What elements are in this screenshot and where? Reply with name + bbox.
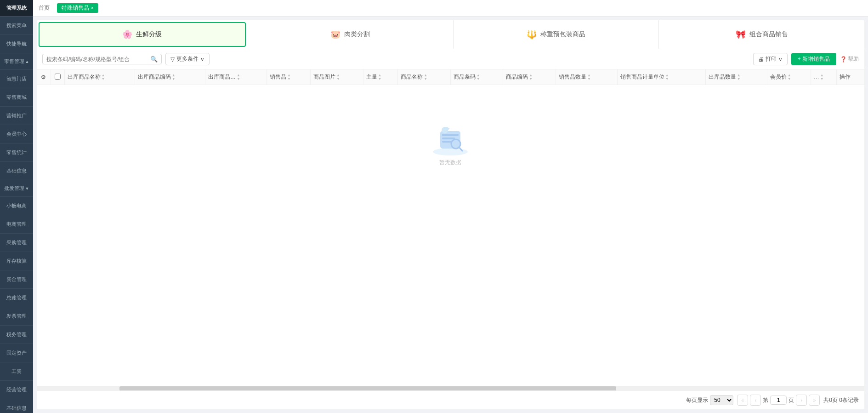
filter-button[interactable]: ▽ 更多条件 ∨	[165, 53, 210, 65]
sidebar-item-fixed-assets[interactable]: 固定资产	[0, 344, 33, 362]
sidebar-item-invoice[interactable]: 发票管理	[0, 307, 33, 326]
col-out-name[interactable]: 出库商品名称 ▲▼	[64, 69, 135, 85]
print-label: 打印	[766, 55, 777, 63]
active-tab-label: 特殊销售品	[62, 4, 89, 12]
col-sale-unit[interactable]: 销售商品计量单位 ▲▼	[617, 69, 705, 85]
tab-combo[interactable]: 🎀 组合商品销售	[659, 20, 864, 49]
col-action-label: 操作	[840, 74, 851, 80]
col-sale-qty[interactable]: 销售品数量 ▲▼	[556, 69, 617, 85]
col-goods-code[interactable]: 商品编码 ▲▼	[503, 69, 556, 85]
col-sale-qty-label: 销售品数量	[559, 73, 586, 81]
sidebar-item-search[interactable]: 搜索菜单	[0, 17, 33, 35]
sidebar-item-mini-ecom[interactable]: 小畅电商	[0, 197, 33, 215]
sidebar-item-tax[interactable]: 税务管理	[0, 326, 33, 344]
expand-arrow-icon: ▲	[25, 59, 29, 64]
sort-arrows-more: ▲▼	[820, 74, 824, 81]
empty-state: 暂无数据	[37, 85, 864, 203]
sidebar-item-retail-mall[interactable]: 零售商城	[0, 88, 33, 107]
col-member-price[interactable]: 会员价 ▲▼	[767, 69, 811, 85]
col-out-qty[interactable]: 出库品数量 ▲▼	[705, 69, 767, 85]
horizontal-scrollbar[interactable]	[37, 386, 864, 390]
search-input[interactable]	[46, 56, 148, 63]
sort-arrows-member-price: ▲▼	[788, 74, 791, 81]
filter-icon: ▽	[170, 56, 175, 63]
col-out-qty-label: 出库品数量	[709, 73, 736, 81]
sidebar-item-smart-store[interactable]: 智慧门店	[0, 70, 33, 88]
data-table-wrap: ⚙ 出库商品名称 ▲▼ 出库	[37, 69, 864, 386]
breadcrumb-home[interactable]: 首页	[39, 4, 50, 12]
main-content: 首页 特殊销售品 × 🌸 生鲜分级 🐷 肉类分割 🔱 称重预包装商品 🎀	[33, 0, 868, 413]
sidebar-item-quick-nav[interactable]: 快捷导航	[0, 35, 33, 53]
sidebar-item-operations[interactable]: 经营管理	[0, 381, 33, 399]
col-gear[interactable]: ⚙	[37, 69, 51, 85]
sidebar-item-marketing[interactable]: 营销推广	[0, 107, 33, 125]
empty-state-illustration	[427, 122, 473, 159]
tab-meat-cut[interactable]: 🐷 肉类分割	[248, 20, 454, 49]
page-input[interactable]	[770, 396, 787, 405]
col-img[interactable]: 商品图片 ▲▼	[311, 69, 363, 85]
col-out-code[interactable]: 出库商品编码 ▲▼	[135, 69, 205, 85]
sidebar-item-purchase[interactable]: 采购管理	[0, 234, 33, 252]
sidebar-item-ledger[interactable]: 总账管理	[0, 289, 33, 307]
page-nav: « ‹ 第 页 › »	[737, 395, 820, 406]
content-card: 🌸 生鲜分级 🐷 肉类分割 🔱 称重预包装商品 🎀 组合商品销售 🔍	[37, 20, 864, 409]
tab-fresh-grade-label: 生鲜分级	[136, 30, 162, 39]
prev-page-button[interactable]: ‹	[750, 395, 761, 406]
col-goods-name[interactable]: 商品名称 ▲▼	[398, 69, 451, 85]
sidebar-item-member[interactable]: 会员中心	[0, 125, 33, 143]
col-sale-item[interactable]: 销售品 ▲▼	[267, 69, 310, 85]
sidebar-item-wholesale[interactable]: 批发管理 ▼	[0, 180, 33, 197]
combo-icon: 🎀	[736, 29, 746, 40]
page-label: 第	[763, 396, 768, 404]
col-barcode[interactable]: 商品条码 ▲▼	[450, 69, 503, 85]
help-button[interactable]: ❓ 帮助	[840, 55, 859, 63]
col-main-weight[interactable]: 主量 ▲▼	[363, 69, 398, 85]
sort-arrows-img: ▲▼	[336, 74, 340, 81]
col-barcode-label: 商品条码	[454, 73, 476, 81]
header-bar: 首页 特殊销售品 ×	[33, 0, 868, 17]
col-sale-unit-label: 销售商品计量单位	[620, 73, 664, 81]
col-check[interactable]	[51, 69, 64, 85]
col-action: 操作	[837, 69, 864, 85]
help-icon: ❓	[840, 56, 847, 63]
sidebar-item-salary[interactable]: 工资	[0, 362, 33, 381]
filter-arrow-icon: ∨	[200, 56, 204, 63]
tab-weight-pack-label: 称重预包装商品	[540, 30, 585, 39]
sidebar-item-basic-info2[interactable]: 基础信息	[0, 399, 33, 413]
empty-label: 暂无数据	[439, 159, 461, 166]
col-goods-code-label: 商品编码	[506, 73, 528, 81]
next-page-button[interactable]: ›	[796, 395, 807, 406]
add-label: + 新增销售品	[798, 55, 830, 63]
active-tab[interactable]: 特殊销售品 ×	[57, 3, 98, 13]
search-icon[interactable]: 🔍	[150, 56, 158, 63]
first-page-button[interactable]: «	[737, 395, 748, 406]
tab-weight-pack[interactable]: 🔱 称重预包装商品	[454, 20, 659, 49]
col-more[interactable]: … ▲▼	[811, 69, 836, 85]
expand-arrow-wholesale-icon: ▼	[25, 186, 29, 191]
sidebar-item-retail[interactable]: 零售管理 ▲	[0, 53, 33, 70]
last-page-button[interactable]: »	[809, 395, 820, 406]
category-tabs: 🌸 生鲜分级 🐷 肉类分割 🔱 称重预包装商品 🎀 组合商品销售	[37, 20, 864, 49]
page-size-label: 每页显示	[686, 396, 708, 404]
tab-fresh-grade[interactable]: 🌸 生鲜分级	[39, 22, 246, 47]
search-wrap[interactable]: 🔍	[42, 54, 162, 64]
col-goods-name-label: 商品名称	[401, 73, 423, 81]
sort-arrows-out-code: ▲▼	[172, 74, 176, 81]
sort-arrows-out-spec: ▲▼	[237, 74, 240, 81]
col-out-spec[interactable]: 出库商品… ▲▼	[205, 69, 267, 85]
sort-arrows-sale-qty: ▲▼	[587, 74, 591, 81]
col-out-code-label: 出库商品编码	[138, 73, 171, 81]
page-size-select[interactable]: 10 20 50 100	[710, 395, 733, 405]
sort-arrows-out-name: ▲▼	[102, 74, 105, 81]
tab-close-icon[interactable]: ×	[91, 6, 94, 11]
sidebar-item-finance[interactable]: 资金管理	[0, 270, 33, 289]
sidebar-item-inventory[interactable]: 库存核算	[0, 252, 33, 270]
sidebar-item-basic-info[interactable]: 基础信息	[0, 162, 33, 180]
select-all-checkbox[interactable]	[55, 74, 61, 80]
sidebar-item-retail-stats[interactable]: 零售统计	[0, 143, 33, 162]
col-out-spec-label: 出库商品…	[208, 73, 236, 81]
print-icon: 🖨	[758, 56, 764, 63]
add-sale-item-button[interactable]: + 新增销售品	[791, 53, 836, 65]
print-button[interactable]: 🖨 打印 ∨	[753, 53, 788, 65]
sidebar-item-ecom-mgmt[interactable]: 电商管理	[0, 215, 33, 234]
